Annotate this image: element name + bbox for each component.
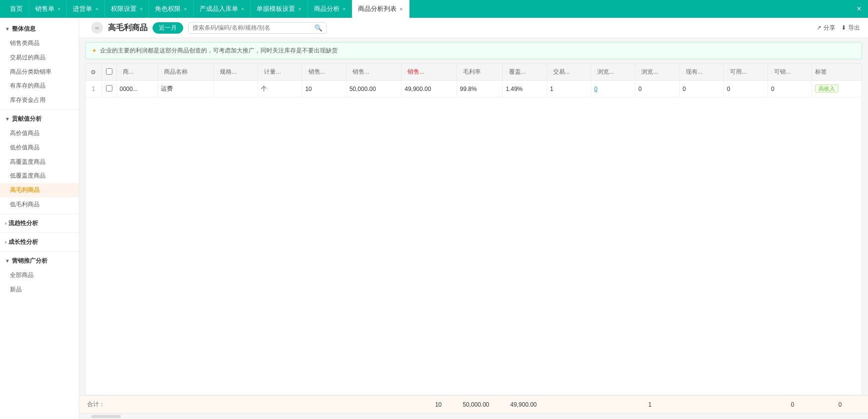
sidebar-item-stocked-goods[interactable]: 有库存的商品 [0, 79, 79, 93]
content-header: ‹‹ 高毛利商品 近一月 🔍 ↗ 分享 ⬇ 导出 [79, 18, 868, 38]
col-tag[interactable]: 标签 [812, 64, 862, 81]
col-sellable[interactable]: : 可销... [768, 64, 812, 81]
col-spec[interactable]: : 规格... [213, 64, 257, 81]
col-sales-qty[interactable]: : 销售... [302, 64, 346, 81]
search-icon[interactable]: 🔍 [314, 24, 322, 32]
col-available-stock[interactable]: : 可用... [723, 64, 767, 81]
search-input[interactable] [193, 24, 312, 31]
col-current-stock[interactable]: : 现有... [679, 64, 723, 81]
footer-available-stock: 0 [802, 401, 842, 408]
sidebar-item-low-margin[interactable]: 低毛利商品 [0, 197, 79, 212]
col-settings[interactable]: ⚙ [86, 64, 102, 81]
col-trade-count[interactable]: : 交易... [547, 64, 591, 81]
sidebar-collapse-button[interactable]: ‹‹ [91, 22, 103, 34]
row-checkbox[interactable] [106, 85, 112, 92]
row-gross-margin: 99.8% [457, 81, 503, 97]
data-table: ⚙ : 商... : 商品名称 : 规格... : 计量... : 销售... … [86, 64, 862, 97]
row-current-stock: 0 [679, 81, 723, 97]
scroll-thumb[interactable] [91, 415, 121, 418]
footer-sales-qty: 10 [402, 401, 442, 408]
col-browse2[interactable]: : 浏览... [635, 64, 679, 81]
sidebar-item-high-value[interactable]: 高价值商品 [0, 126, 79, 140]
col-sales-profit[interactable]: : 销售... [402, 64, 457, 81]
sidebar-item-all-goods[interactable]: 全部商品 [0, 268, 79, 282]
sidebar-divider-1 [0, 109, 79, 110]
sidebar-item-inventory-capital[interactable]: 库存资金占用 [0, 93, 79, 107]
top-nav: 首页 销售单 × 进货单 × 权限设置 × 角色权限 × 产成品入库单 × 单据… [0, 0, 868, 18]
page-title: 高毛利商品 [108, 23, 148, 33]
row-available-stock: 0 [723, 81, 767, 97]
sidebar-item-traded-goods[interactable]: 交易过的商品 [0, 50, 79, 65]
table-row: 1 0000... 运费 个 10 50,000.00 49,900.00 99… [86, 81, 862, 97]
search-box: 🔍 [188, 22, 327, 34]
nav-tab-sales[interactable]: 销售单 × [29, 0, 67, 18]
footer-current-stock: 0 [755, 401, 794, 408]
footer-trade-count: 1 [612, 401, 652, 408]
sidebar-item-low-coverage[interactable]: 低覆盖度商品 [0, 169, 79, 183]
close-product-entry-tab[interactable]: × [241, 6, 244, 12]
export-button[interactable]: ⬇ 导出 [841, 24, 860, 32]
share-icon: ↗ [817, 24, 821, 31]
export-icon: ⬇ [841, 24, 846, 31]
col-sales-amt[interactable]: : 销售... [346, 64, 402, 81]
sidebar-item-category-rate[interactable]: 商品分类助销率 [0, 65, 79, 79]
row-sales-amt: 50,000.00 [346, 81, 402, 97]
col-code[interactable]: : 商... [116, 64, 158, 81]
sidebar-group-contribution[interactable]: ▼ 贡献值分析 [0, 112, 79, 126]
group-arrow-marketing: ▼ [5, 258, 10, 264]
sidebar-group-growth[interactable]: › 成长性分析 [0, 235, 79, 249]
info-icon: ✦ [92, 47, 97, 54]
sidebar-group-marketing[interactable]: ▼ 营销推广分析 [0, 254, 79, 268]
sidebar-item-high-coverage[interactable]: 高覆盖度商品 [0, 155, 79, 169]
content-area: ‹‹ 高毛利商品 近一月 🔍 ↗ 分享 ⬇ 导出 ✦ 企业的主要的利润都是这 [79, 18, 868, 419]
row-code[interactable]: 0000... [116, 81, 158, 97]
col-coverage[interactable]: : 覆盖... [503, 64, 547, 81]
main-layout: ▼ 整体信息 销售类商品 交易过的商品 商品分类助销率 有库存的商品 库存资金占… [0, 18, 868, 419]
filter-recent-month-button[interactable]: 近一月 [153, 22, 183, 34]
sidebar-group-trend[interactable]: › 流趋性分析 [0, 216, 79, 231]
close-sales-tab[interactable]: × [57, 6, 60, 12]
nav-tab-home[interactable]: 首页 [4, 0, 29, 18]
nav-tab-product-entry[interactable]: 产成品入库单 × [194, 0, 251, 18]
col-gross-margin[interactable]: : 毛利率 [457, 64, 503, 81]
window-close-button[interactable]: × [854, 4, 864, 13]
sidebar-item-sales-goods[interactable]: 销售类商品 [0, 36, 79, 50]
horizontal-scrollbar[interactable] [79, 413, 868, 419]
row-name: 运费 [158, 81, 214, 97]
share-button[interactable]: ↗ 分享 [817, 24, 835, 32]
sidebar-item-high-margin[interactable]: 高毛利商品 [0, 183, 79, 197]
close-analysis-list-tab[interactable]: × [400, 6, 403, 12]
footer-bar: 合计： 10 50,000.00 49,900.00 1 0 0 [79, 395, 868, 413]
footer-sales-amt: 50,000.00 [450, 401, 489, 408]
row-tag: 高收入 [812, 81, 862, 97]
group-arrow-growth: › [5, 239, 6, 245]
nav-tab-analysis[interactable]: 商品分析 × [308, 0, 352, 18]
row-sellable: 0 [768, 81, 812, 97]
nav-tab-template[interactable]: 单据模板设置 × [251, 0, 307, 18]
sidebar-item-new-goods[interactable]: 新品 [0, 282, 79, 297]
nav-tab-permission[interactable]: 权限设置 × [105, 0, 149, 18]
footer-label: 合计： [87, 400, 105, 409]
nav-tab-purchase[interactable]: 进货单 × [67, 0, 104, 18]
col-browse1[interactable]: : 浏览... [591, 64, 635, 81]
row-trade-count: 1 [547, 81, 591, 97]
select-all-checkbox[interactable] [106, 68, 112, 75]
close-role-tab[interactable]: × [184, 6, 187, 12]
sidebar-group-overall[interactable]: ▼ 整体信息 [0, 22, 79, 36]
sidebar-item-low-value[interactable]: 低价值商品 [0, 140, 79, 155]
sidebar: ▼ 整体信息 销售类商品 交易过的商品 商品分类助销率 有库存的商品 库存资金占… [0, 18, 79, 419]
col-name[interactable]: : 商品名称 [158, 64, 214, 81]
col-unit[interactable]: : 计量... [258, 64, 302, 81]
nav-tab-analysis-list[interactable]: 商品分析列表 × [352, 0, 409, 18]
row-browse1[interactable]: 0 [591, 81, 635, 97]
nav-tab-role[interactable]: 角色权限 × [149, 0, 193, 18]
close-template-tab[interactable]: × [298, 6, 301, 12]
close-purchase-tab[interactable]: × [95, 6, 98, 12]
col-checkbox[interactable] [102, 64, 116, 81]
close-analysis-tab[interactable]: × [343, 6, 346, 12]
row-checkbox-cell[interactable] [102, 81, 116, 97]
sidebar-divider-4 [0, 251, 79, 252]
close-permission-tab[interactable]: × [140, 6, 143, 12]
row-num: 1 [86, 81, 102, 97]
data-table-wrapper: ⚙ : 商... : 商品名称 : 规格... : 计量... : 销售... … [85, 63, 862, 395]
